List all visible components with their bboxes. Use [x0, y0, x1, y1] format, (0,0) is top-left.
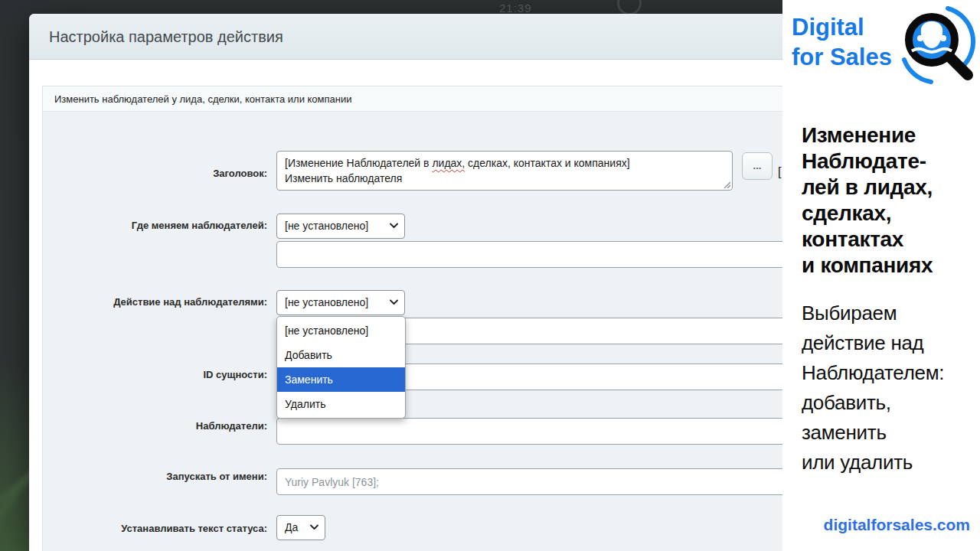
label-where: Где меняем наблюдателей: [45, 220, 267, 232]
brand-overlay-panel: Digital for Sales Изменение Наблюдате- л… [782, 0, 980, 551]
chevron-down-icon [390, 223, 398, 229]
dropdown-option-delete[interactable]: Удалить [277, 392, 405, 416]
status-text-select[interactable]: Да [276, 515, 325, 540]
brand-website-url: digitalforsales.com [824, 516, 970, 534]
brand-heading: Изменение Наблюдате- лей в лидах, сделка… [802, 122, 933, 279]
status-text-select-value: Да [285, 521, 298, 533]
label-action: Действие над наблюдателями: [45, 296, 267, 308]
observers-input[interactable] [276, 418, 795, 445]
where-input[interactable] [276, 241, 795, 268]
action-select[interactable]: [не установлено] [276, 290, 405, 315]
action-select-value: [не установлено] [285, 296, 368, 308]
title-text-part: [Изменение Наблюдателей в [285, 157, 432, 169]
action-select-dropdown: [не установлено] Добавить Заменить Удали… [276, 316, 406, 419]
title-text-part: сделках, контактах и компаниях] [465, 157, 629, 169]
where-select-value: [не установлено] [285, 220, 368, 232]
where-select[interactable]: [не установлено] [276, 214, 405, 239]
chevron-down-icon [390, 299, 398, 305]
run-as-input[interactable] [276, 468, 795, 495]
brand-logo-line2: for Sales [792, 42, 892, 72]
action-settings-dialog: Настройка параметров действия Изменить н… [29, 14, 795, 551]
title-textarea[interactable]: [Изменение Наблюдателей в лидах, сделках… [276, 151, 733, 191]
label-observers: Наблюдатели: [45, 420, 267, 432]
dropdown-option-replace[interactable]: Заменить [277, 367, 405, 392]
dropdown-option-add[interactable]: Добавить [277, 343, 405, 367]
label-entity-id: ID сущности: [45, 369, 267, 381]
chevron-down-icon [310, 524, 318, 530]
backdrop-clock-text: 21:39 [499, 2, 532, 15]
label-status-text: Устанавливать текст статуса: [45, 523, 267, 535]
magnifier-face-logo-icon [899, 3, 977, 89]
screen: 21:39 Настройка параметров действия Изме… [0, 0, 980, 551]
insert-value-button[interactable]: ... [742, 152, 773, 180]
title-text-line2: Изменить наблюдателя [285, 171, 724, 186]
robot-settings-panel: Изменить наблюдателей у лида, сделки, ко… [42, 86, 795, 551]
settings-form: Заголовок: Где меняем наблюдателей: Дейс… [30, 15, 795, 551]
backdrop-avatar-circle [617, 0, 642, 15]
brand-logo-text: Digital for Sales [792, 12, 892, 72]
cut-off-text-fragment: [ [778, 165, 781, 179]
label-title: Заголовок: [45, 168, 267, 180]
dropdown-option-not-set[interactable]: [не установлено] [277, 318, 405, 343]
brand-subtext: Выбираем действие над Наблюдателем: доба… [802, 298, 944, 478]
title-text-misspelled: лидах, [432, 157, 465, 169]
brand-logo-line1: Digital [792, 12, 892, 42]
resize-handle-icon[interactable] [723, 181, 730, 188]
label-run-as: Запускать от имени: [45, 471, 267, 483]
